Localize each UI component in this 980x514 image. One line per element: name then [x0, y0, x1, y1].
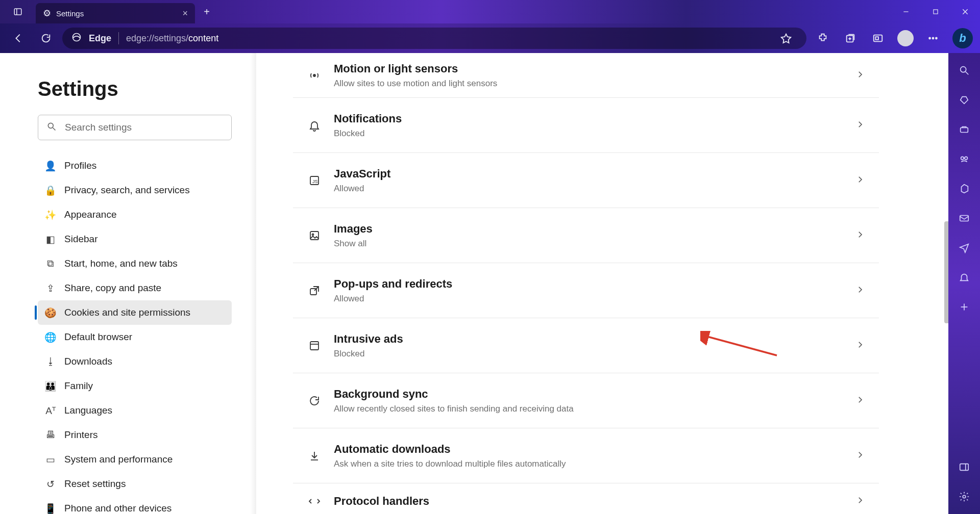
ads-icon [307, 340, 322, 352]
sidebar-tools-button[interactable] [957, 122, 971, 137]
sidebar-notifications-button[interactable] [957, 270, 971, 285]
nav-label: Profiles [64, 160, 96, 171]
close-tab-button[interactable]: × [182, 8, 188, 19]
nav-privacy[interactable]: 🔒Privacy, search, and services [38, 178, 232, 202]
nav-label: Printers [64, 429, 97, 441]
bing-chat-button[interactable]: b [952, 28, 973, 48]
perm-sub: Blocked [334, 128, 843, 139]
sidebar-settings-button[interactable] [957, 490, 971, 504]
perm-title: Intrusive ads [334, 332, 843, 346]
system-icon: ▭ [45, 454, 56, 466]
perm-notifications[interactable]: NotificationsBlocked [293, 98, 879, 153]
back-button[interactable] [7, 27, 30, 49]
nav-reset[interactable]: ↺Reset settings [38, 472, 232, 496]
sidebar-games-button[interactable] [957, 152, 971, 166]
extensions-button[interactable] [812, 27, 834, 49]
nav-cookies-site-permissions[interactable]: 🍪Cookies and site permissions [38, 300, 232, 325]
svg-point-35 [961, 157, 964, 160]
favorite-button[interactable] [775, 27, 797, 49]
collections-button[interactable] [839, 27, 862, 49]
svg-point-24 [312, 234, 314, 235]
perm-sub: Blocked [334, 349, 843, 359]
nav-label: Privacy, search, and services [64, 185, 190, 196]
sidebar-drop-button[interactable] [957, 241, 971, 255]
perm-motion-sensors[interactable]: Motion or light sensorsAllow sites to us… [293, 53, 879, 98]
scrollbar-thumb[interactable] [944, 221, 948, 323]
perm-popups-redirects[interactable]: Pop-ups and redirectsAllowed [293, 263, 879, 318]
perm-sub: Allowed [334, 294, 843, 304]
perm-automatic-downloads[interactable]: Automatic downloadsAsk when a site tries… [293, 428, 879, 483]
nav-printers[interactable]: 🖶Printers [38, 423, 232, 447]
chevron-right-icon [855, 175, 865, 186]
perm-javascript[interactable]: JS JavaScriptAllowed [293, 153, 879, 208]
protocol-icon [307, 495, 322, 507]
nav-label: Reset settings [64, 478, 126, 490]
content-scrollbar[interactable] [944, 53, 948, 514]
tab-title: Settings [56, 9, 84, 18]
svg-point-43 [963, 495, 966, 498]
svg-rect-41 [960, 464, 969, 471]
image-icon [307, 229, 322, 242]
profile-button[interactable] [894, 27, 917, 49]
sidebar-outlook-button[interactable] [957, 211, 971, 225]
svg-text:JS: JS [312, 179, 318, 184]
search-placeholder: Search settings [65, 122, 132, 133]
sidebar-search-button[interactable] [957, 63, 971, 78]
nav-label: Family [64, 380, 93, 392]
chevron-right-icon [855, 285, 865, 296]
svg-point-36 [965, 157, 968, 160]
nav-downloads[interactable]: ⭳Downloads [38, 349, 232, 374]
svg-rect-3 [934, 10, 938, 14]
tab-actions-button[interactable] [0, 0, 36, 23]
nav-profiles[interactable]: 👤Profiles [38, 153, 232, 178]
svg-rect-34 [961, 127, 968, 132]
perm-background-sync[interactable]: Background syncAllow recently closed sit… [293, 373, 879, 428]
address-bar[interactable]: Edge edge://settings/content [62, 28, 806, 49]
svg-rect-38 [960, 216, 969, 221]
popup-icon [307, 285, 322, 297]
perm-intrusive-ads[interactable]: Intrusive adsBlocked [293, 318, 879, 373]
perm-images[interactable]: ImagesShow all [293, 208, 879, 263]
perm-sub: Allow sites to use motion and light sens… [334, 79, 843, 89]
sidebar-office-button[interactable] [957, 182, 971, 196]
svg-point-15 [929, 38, 930, 39]
perm-title: Notifications [334, 112, 843, 125]
minimize-button[interactable] [891, 0, 921, 23]
nav-start[interactable]: ⧉Start, home, and new tabs [38, 251, 232, 276]
new-tab-button[interactable]: + [195, 0, 218, 23]
perm-title: JavaScript [334, 167, 843, 181]
nav-family[interactable]: 👪Family [38, 374, 232, 398]
perm-protocol-handlers[interactable]: Protocol handlers [293, 483, 879, 514]
sidebar-shopping-button[interactable] [957, 93, 971, 107]
window-controls [891, 0, 980, 23]
browser-tab-settings[interactable]: ⚙ Settings × [36, 3, 195, 23]
nav-sidebar[interactable]: ◧Sidebar [38, 227, 232, 251]
download-icon [307, 450, 322, 462]
refresh-button[interactable] [35, 27, 57, 49]
search-settings-input[interactable]: Search settings [38, 115, 232, 140]
screenshot-button[interactable] [867, 27, 889, 49]
perm-sub: Ask when a site tries to download multip… [334, 459, 843, 469]
site-label: Edge [89, 33, 111, 44]
svg-point-16 [933, 38, 934, 39]
nav-phone[interactable]: 📱Phone and other devices [38, 496, 232, 514]
gear-icon: ⚙ [43, 9, 51, 18]
nav-label: Languages [64, 405, 112, 416]
svg-line-33 [966, 72, 969, 75]
family-icon: 👪 [45, 380, 56, 392]
perm-sub: Show all [334, 239, 843, 249]
sidebar-hide-button[interactable] [957, 460, 971, 474]
more-button[interactable] [922, 27, 944, 49]
nav-appearance[interactable]: ✨Appearance [38, 202, 232, 227]
nav-system[interactable]: ▭System and performance [38, 447, 232, 472]
maximize-button[interactable] [921, 0, 950, 23]
nav-languages[interactable]: AᵀLanguages [38, 398, 232, 423]
browser-toolbar: Edge edge://settings/content b [0, 23, 980, 53]
svg-rect-0 [14, 9, 21, 15]
nav-default-browser[interactable]: 🌐Default browser [38, 325, 232, 349]
edge-sidebar [948, 53, 980, 514]
cookies-icon: 🍪 [45, 307, 56, 319]
nav-share[interactable]: ⇪Share, copy and paste [38, 276, 232, 300]
close-window-button[interactable] [950, 0, 980, 23]
sidebar-add-button[interactable] [957, 300, 971, 314]
